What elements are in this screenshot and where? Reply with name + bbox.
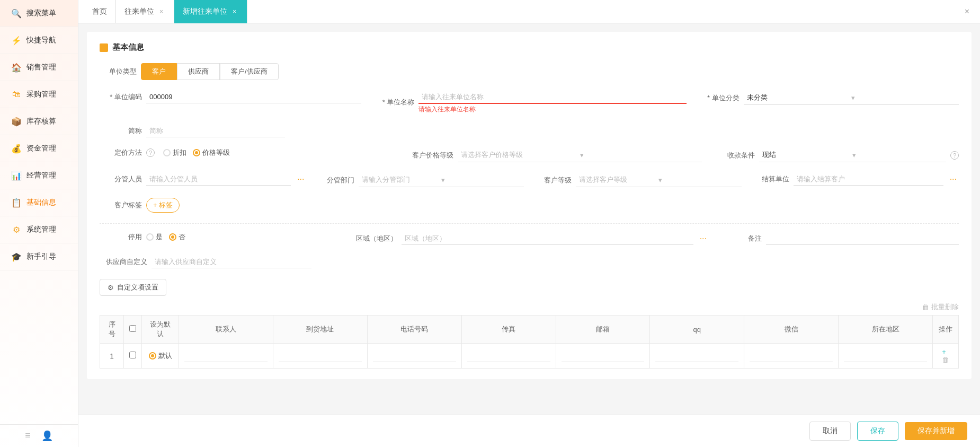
qq-input[interactable]: [655, 349, 738, 362]
tab-new-partner[interactable]: 新增往来单位 ×: [174, 0, 247, 23]
unit-name-input[interactable]: [418, 91, 686, 104]
tab-bar: 首页 往来单位 × 新增往来单位 × ×: [78, 0, 980, 23]
sidebar-item-operations[interactable]: 📊 经营管理: [0, 162, 78, 189]
pricing-level-option[interactable]: 价格等级: [193, 148, 230, 157]
row-default-radio[interactable]: 默认: [147, 351, 173, 361]
disabled-yes-option[interactable]: 是: [146, 232, 163, 242]
unit-name-error: 请输入往来单位名称: [418, 105, 686, 114]
sidebar-item-quicknav[interactable]: ⚡ 快捷导航: [0, 27, 78, 54]
select-all-checkbox[interactable]: [129, 325, 136, 332]
close-all-tabs-icon[interactable]: ×: [959, 7, 975, 16]
payment-terms-label: 收款条件: [712, 151, 755, 160]
fax-input[interactable]: [467, 349, 550, 362]
add-tag-button[interactable]: + 标签: [146, 198, 180, 213]
settlement-field: 结算单位 ···: [752, 173, 959, 186]
cell-email: [556, 344, 650, 369]
batch-delete-label[interactable]: 批量删除: [931, 302, 959, 312]
settlement-more-icon[interactable]: ···: [948, 174, 959, 184]
pricing-level-label: 价格等级: [202, 148, 230, 157]
row-checkbox[interactable]: [129, 352, 136, 358]
tab-partners-close[interactable]: ×: [157, 7, 165, 16]
short-name-label: 简称: [100, 126, 142, 136]
wechat-input[interactable]: [750, 349, 833, 362]
disabled-radio-group: 是 否: [146, 232, 185, 242]
save-button[interactable]: 保存: [857, 422, 898, 441]
cancel-button[interactable]: 取消: [809, 422, 851, 441]
customer-price-select[interactable]: 请选择客户价格等级 ▾: [458, 148, 701, 162]
disabled-no-option[interactable]: 否: [169, 232, 185, 242]
sidebar-collapse-icon[interactable]: ≡: [25, 430, 31, 442]
customer-tag-field: 客户标签 + 标签: [100, 198, 959, 213]
unit-type-customer-btn[interactable]: 客户: [141, 63, 177, 80]
sidebar-item-inventory[interactable]: 📦 库存核算: [0, 108, 78, 135]
manager-label: 分管人员: [100, 174, 142, 184]
batch-delete-area: 🗑 批量删除: [100, 302, 959, 312]
phone-input[interactable]: [373, 349, 456, 362]
settlement-input[interactable]: [794, 173, 943, 186]
sidebar-item-search[interactable]: 🔍 搜索菜单: [0, 0, 78, 27]
disabled-label: 停用: [100, 232, 142, 242]
payment-terms-help-icon[interactable]: ?: [950, 151, 959, 160]
payment-terms-field: 收款条件 现结 ▾ ?: [712, 148, 959, 162]
short-name-input[interactable]: [146, 125, 285, 137]
sidebar-item-purchase[interactable]: 🛍 采购管理: [0, 81, 78, 108]
department-select[interactable]: 请输入分管部门 ▾: [359, 173, 524, 187]
table-header: 序号 设为默认 联系人 到货地址 电话号码 传真 邮箱 qq 微信 所在地区 操…: [100, 315, 959, 344]
custom-settings-button[interactable]: ⚙ 自定义项设置: [100, 279, 166, 296]
sidebar-item-sales[interactable]: 🏠 销售管理: [0, 54, 78, 81]
manager-more-icon[interactable]: ···: [295, 174, 306, 184]
supplier-custom-input[interactable]: [152, 256, 311, 268]
region-input[interactable]: [402, 232, 693, 245]
save-and-new-button[interactable]: 保存并新增: [905, 422, 967, 440]
sidebar-item-finance[interactable]: 💰 资金管理: [0, 135, 78, 162]
row-region-input[interactable]: [844, 349, 927, 362]
col-address: 到货地址: [273, 315, 368, 344]
region-more-icon[interactable]: ···: [698, 234, 709, 243]
unit-category-value: 未分类: [747, 93, 851, 102]
email-input[interactable]: [562, 349, 645, 362]
section-title-icon: [100, 43, 108, 52]
sidebar-item-basic[interactable]: 📋 基础信息: [0, 189, 78, 216]
manager-input[interactable]: [146, 173, 291, 186]
supplier-custom-field: 供应商自定义: [100, 256, 311, 268]
payment-terms-select[interactable]: 现结 ▾: [759, 148, 946, 162]
tab-new-partner-close[interactable]: ×: [230, 7, 238, 16]
pricing-help-icon[interactable]: ?: [146, 148, 155, 157]
sidebar-item-label: 经营管理: [26, 171, 56, 180]
cell-action: + 🗑: [932, 344, 958, 369]
tab-home[interactable]: 首页: [84, 0, 116, 23]
sidebar-item-guide[interactable]: 🎓 新手引导: [0, 243, 78, 270]
pricing-row: 定价方法 ? 折扣 价格等级 客户价格等级: [100, 148, 959, 162]
pricing-discount-option[interactable]: 折扣: [163, 148, 186, 157]
cell-checkbox: [124, 344, 142, 369]
payment-terms-arrow: ▾: [852, 151, 943, 159]
sidebar-bottom: ≡ 👤: [0, 424, 78, 447]
sidebar-item-label: 销售管理: [26, 63, 56, 72]
address-input[interactable]: [279, 349, 362, 362]
customer-level-label: 客户等级: [534, 176, 572, 185]
unit-code-label: * 单位编码: [100, 92, 142, 102]
col-wechat: 微信: [744, 315, 839, 344]
unit-category-select[interactable]: 未分类 ▾: [744, 91, 959, 105]
unit-category-field: * 单位分类 未分类 ▾: [697, 91, 959, 105]
section-title-text: 基本信息: [112, 42, 144, 52]
sidebar-item-system[interactable]: ⚙ 系统管理: [0, 216, 78, 243]
customer-price-label: 客户价格等级: [406, 151, 453, 160]
customer-level-select[interactable]: 请选择客户等级 ▾: [576, 173, 742, 187]
sidebar-user-icon[interactable]: 👤: [41, 430, 53, 442]
col-email: 邮箱: [556, 315, 650, 344]
unit-code-input[interactable]: [146, 91, 361, 103]
unit-type-both-btn[interactable]: 客户/供应商: [220, 63, 279, 80]
department-label: 分管部门: [317, 176, 354, 185]
custom-settings-label: 自定义项设置: [117, 283, 158, 292]
unit-type-group: 客户 供应商 客户/供应商: [141, 63, 279, 80]
unit-category-label: * 单位分类: [697, 93, 740, 103]
tab-partners[interactable]: 往来单位 ×: [116, 0, 174, 23]
remarks-input[interactable]: [766, 232, 959, 245]
unit-type-supplier-btn[interactable]: 供应商: [177, 63, 220, 80]
delete-row-icon[interactable]: 🗑: [942, 356, 949, 364]
add-row-icon[interactable]: +: [942, 348, 946, 356]
contact-input[interactable]: [184, 349, 268, 362]
code-name-category-row: * 单位编码 * 单位名称 请输入往来单位名称 * 单位分类 未分类 ▾: [100, 91, 959, 114]
sidebar-item-label: 系统管理: [26, 225, 56, 234]
